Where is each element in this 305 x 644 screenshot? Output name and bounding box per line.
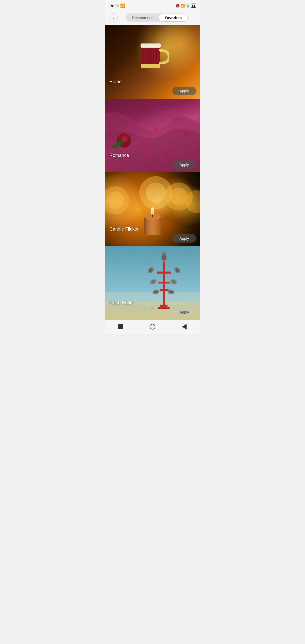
signal-icon: 📶: [181, 4, 185, 8]
nav-bar: ‹ Recommend Favorites: [105, 11, 200, 25]
recents-nav-button[interactable]: [149, 323, 156, 330]
romance-label: Romance: [110, 153, 129, 158]
wallpaper-list: Home Apply Romance Apply: [105, 25, 200, 320]
candle-apply-button[interactable]: Apply: [172, 234, 196, 243]
svg-point-43: [162, 255, 166, 260]
wallpaper-card-flash: Flash Notify Apply: [105, 246, 200, 320]
triangle-icon: [182, 324, 187, 330]
svg-rect-39: [157, 272, 171, 274]
back-button[interactable]: ‹: [109, 13, 118, 22]
battery-display: 52: [191, 4, 196, 8]
svg-rect-8: [141, 43, 161, 48]
status-right: 🔇 📶 📡 52: [176, 4, 196, 8]
bottom-nav-bar: [105, 320, 200, 334]
home-mug-illustration: [136, 31, 169, 74]
svg-rect-41: [160, 289, 169, 291]
status-left: 19:02 📶: [109, 3, 125, 8]
time-display: 19:02: [109, 4, 119, 8]
flash-label: Flash Notify: [110, 300, 134, 306]
status-bar: 19:02 📶 🔇 📶 📡 52: [105, 0, 200, 11]
home-nav-button[interactable]: [117, 323, 124, 330]
home-apply-button[interactable]: Apply: [172, 87, 196, 95]
tab-favorites[interactable]: Favorites: [159, 14, 187, 21]
svg-rect-1: [141, 48, 160, 64]
wallpaper-card-home: Home Apply: [105, 25, 200, 99]
wifi-icon: 📡: [186, 4, 190, 8]
svg-rect-44: [162, 252, 165, 255]
mute-icon: 🔇: [176, 4, 180, 8]
wallpaper-card-candle: Candle Flicker Apply: [105, 172, 200, 246]
back-nav-button[interactable]: [181, 323, 188, 330]
flash-apply-button[interactable]: Apply: [172, 308, 196, 316]
svg-point-34: [152, 212, 153, 215]
svg-point-22: [106, 191, 124, 209]
wallpaper-card-romance: Romance Apply: [105, 99, 200, 172]
candle-label: Candle Flicker: [110, 227, 139, 232]
circle-icon: [150, 324, 155, 330]
svg-point-26: [170, 188, 188, 205]
square-icon: [118, 324, 123, 329]
bluetooth-icon: 📶: [120, 3, 125, 8]
svg-rect-40: [158, 282, 170, 283]
tab-recommend[interactable]: Recommend: [126, 14, 159, 21]
svg-point-24: [146, 183, 166, 203]
romance-apply-button[interactable]: Apply: [172, 160, 196, 169]
home-label: Home: [110, 79, 122, 84]
svg-rect-58: [158, 307, 170, 309]
tab-group: Recommend Favorites: [126, 13, 188, 22]
